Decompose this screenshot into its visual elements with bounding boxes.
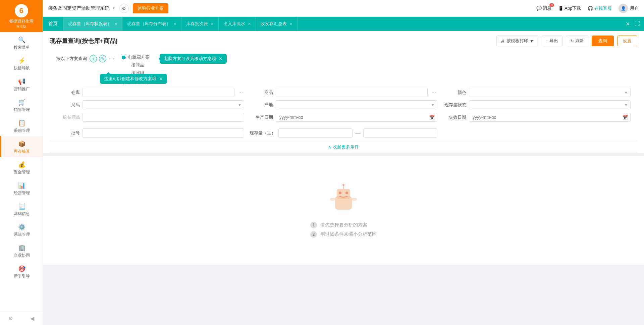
tab-inventory-status[interactable]: 现存量（库存状况表） ✕ (63, 17, 122, 31)
sidebar-item-sales[interactable]: 🛒 销售管理 (0, 95, 43, 115)
desktop-scheme-label: 电脑端方案 (128, 54, 150, 60)
desktop-scheme-header[interactable]: ▶ 电脑端方案 (123, 54, 150, 61)
collapse-bar[interactable]: ∧ 收起更多条件 (50, 141, 637, 153)
collapse-sidebar-button[interactable]: ◀ (30, 315, 34, 322)
callout-mobile-text: 电脑方案可设为移动方案哦 (164, 56, 216, 62)
step-num-2: 2 (310, 231, 317, 238)
sidebar-item-operations[interactable]: 📊 经营管理 (0, 178, 43, 199)
tab-in-out-flow[interactable]: 出入库流水 ✕ (219, 17, 256, 31)
sidebar-label-finance: 资金管理 (14, 169, 30, 175)
tab-inventory-dist[interactable]: 现存量（库存分布表） ✕ (122, 17, 181, 31)
origin-select[interactable] (276, 100, 437, 109)
back-scheme-button[interactable]: ←← (108, 56, 116, 61)
close-callout-create[interactable]: ✕ (159, 76, 163, 82)
stock-status-label: 现存量状态 (443, 102, 466, 108)
category-field: 按 按商品 (56, 113, 244, 122)
warehouse-field: 仓库 ··· (56, 88, 244, 97)
logo-icon: 6 (15, 4, 28, 17)
logo-char: 6 (19, 6, 23, 15)
plan-button[interactable]: 体验行业方案 (133, 3, 168, 13)
stock-qty-to-input[interactable] (363, 128, 437, 138)
scheme-icons: + ✎ ←← (90, 55, 116, 62)
tab-batch-ledger[interactable]: 库存批次账 ✕ (181, 17, 219, 31)
warehouse-input[interactable] (83, 88, 234, 97)
sidebar-item-inventory[interactable]: 📦 库存核算 (0, 136, 43, 157)
export-button[interactable]: ↑ 导出 (542, 36, 563, 46)
close-batch-ledger-tab[interactable]: ✕ (211, 22, 214, 26)
system-dropdown-arrow: ▼ (112, 6, 115, 10)
mfg-date-calendar-icon[interactable]: 📅 (429, 115, 435, 120)
system-selector[interactable]: 装备及固定资产辅助管理系统 ▼ (48, 5, 115, 11)
sidebar-bottom: ⚙ ◀ (0, 312, 43, 325)
sidebar-item-enterprise[interactable]: 🏢 企业协同 (0, 240, 43, 261)
user-button[interactable]: 👤 用户 (619, 4, 639, 13)
app-download-button[interactable]: 📱 App下载 (558, 5, 581, 11)
marketing-icon: 📢 (18, 78, 25, 85)
system-icon: ⚙️ (18, 223, 25, 231)
expand-button[interactable]: ⛶ (633, 19, 641, 28)
product-input[interactable] (276, 88, 428, 97)
close-recv-send-summary-tab[interactable]: ✕ (289, 22, 292, 26)
stock-status-field: 现存量状态 ▼ (443, 100, 631, 109)
close-callout-mobile[interactable]: ✕ (219, 56, 223, 61)
collapse-label: 收起更多条件 (333, 144, 359, 150)
filter-row-4: 批号 现存量（主） — (56, 128, 631, 138)
settings-gear-button[interactable]: ⚙ (119, 4, 129, 13)
filter-row-3: 按 按商品 生产日期 📅 失效日期 (56, 113, 631, 125)
close-inventory-dist-tab[interactable]: ✕ (173, 22, 176, 26)
refresh-button[interactable]: ↻ 刷新 (566, 36, 588, 46)
sidebar-item-system[interactable]: ⚙️ 系统管理 (0, 219, 43, 240)
sidebar-label-enterprise: 企业协同 (14, 253, 30, 258)
search-button[interactable]: 查询 (592, 36, 614, 46)
sidebar-item-guide[interactable]: 🎯 新手引导 (0, 261, 43, 282)
close-in-out-flow-tab[interactable]: ✕ (248, 22, 251, 26)
stock-qty-from-input[interactable] (278, 128, 353, 138)
main-content: 装备及固定资产辅助管理系统 ▼ ⚙ 体验行业方案 💬 消息 9 📱 App下载 … (43, 0, 644, 325)
sidebar-item-search-menu[interactable]: 🔍 搜索菜单 (0, 32, 43, 53)
inventory-icon: 📦 (18, 140, 25, 148)
close-inventory-status-tab[interactable]: ✕ (114, 22, 117, 26)
color-select[interactable] (469, 88, 631, 97)
empty-step-1: 1 请先选择要分析的方案 (310, 222, 377, 228)
exp-date-calendar-icon[interactable]: 📅 (622, 115, 628, 120)
batch-label: 批号 (56, 130, 80, 136)
close-all-tabs-button[interactable]: ✕ (624, 19, 631, 29)
sidebar-label-inventory: 库存核算 (14, 149, 30, 154)
message-button[interactable]: 💬 消息 9 (536, 5, 552, 11)
callout-create-scheme: 这里可以创建和修改方案哦 ✕ (100, 74, 167, 84)
stock-status-select[interactable] (469, 100, 631, 109)
reset-button[interactable]: 设置 (617, 36, 637, 46)
product-label: 商品 (250, 90, 273, 96)
size-select[interactable] (83, 100, 244, 109)
sidebar-item-purchase[interactable]: 📋 采购管理 (0, 115, 43, 136)
settings-button[interactable]: ⚙ (8, 315, 13, 322)
scheme-item-by-product[interactable]: 按商品 (128, 61, 150, 69)
batch-input[interactable] (83, 128, 244, 138)
warehouse-dots[interactable]: ··· (237, 90, 244, 96)
size-label: 尺码 (56, 102, 80, 108)
tab-home-label: 首页 (48, 21, 58, 27)
print-button[interactable]: 🖨 按模板打印 ▼ (496, 36, 538, 46)
refresh-label: 刷新 (575, 38, 584, 44)
edit-scheme-button[interactable]: ✎ (99, 55, 106, 62)
filter-section: 按以下方案查询 + ✎ ←← ▶ (50, 50, 637, 141)
mfg-date-input[interactable] (276, 113, 437, 122)
sidebar-item-basic-info[interactable]: 📃 基础信息 (0, 199, 43, 219)
sidebar-label-guide: 新手引导 (14, 273, 30, 279)
tab-recv-send-summary[interactable]: 收发存汇总表 ✕ (256, 17, 298, 31)
online-support-button[interactable]: 🎧 在线客服 (588, 5, 612, 11)
mfg-date-wrap: 📅 (276, 113, 437, 122)
exp-date-input[interactable] (469, 113, 631, 122)
sidebar-item-marketing[interactable]: 📢 营销推广 (0, 74, 43, 95)
tab-home[interactable]: 首页 (43, 17, 63, 31)
page-title: 现存量查询(按仓库+商品) (50, 37, 118, 45)
size-field: 尺码 ▼ (56, 100, 244, 109)
sidebar-item-quick-nav[interactable]: ⚡ 快捷导航 (0, 53, 43, 74)
sidebar-item-finance[interactable]: 💰 资金管理 (0, 157, 43, 178)
svg-rect-7 (352, 198, 357, 201)
search-menu-icon: 🔍 (18, 36, 25, 44)
category-input[interactable] (83, 113, 244, 122)
product-dots[interactable]: ··· (430, 90, 437, 96)
add-scheme-button[interactable]: + (90, 55, 97, 62)
sidebar-logo: 6 畅捷通好生意 标准版 (0, 0, 43, 32)
